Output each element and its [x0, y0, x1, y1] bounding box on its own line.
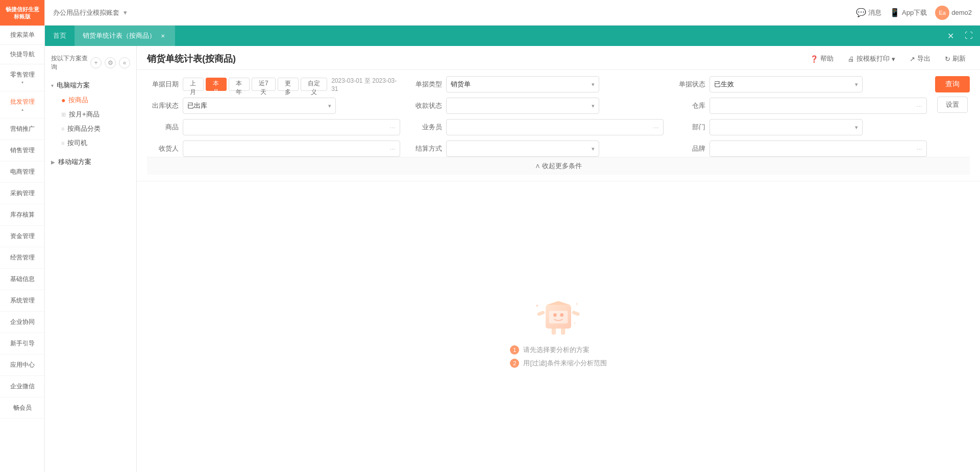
export-btn[interactable]: ↗ 导出: [905, 52, 935, 65]
docstatus-dropdown-icon: ▾: [855, 81, 858, 88]
sidebar-menu: 零售管理 ▾ 批发管理 ▴ 营销推广 销售管理 电商管理 采购管理 库存核算 资…: [0, 64, 44, 472]
tree-item-by-driver[interactable]: ≡ 按司机: [55, 136, 136, 150]
print-icon: 🖨: [848, 55, 854, 63]
query-btn[interactable]: 查询: [935, 76, 970, 92]
doctype-dropdown-icon: ▾: [592, 81, 595, 88]
template-print-btn[interactable]: 🖨 按模板打印 ▾: [844, 52, 899, 65]
sidebar-item-operations-label: 经营管理: [10, 253, 35, 262]
avatar: Ea: [935, 6, 949, 20]
settlement-label: 结算方式: [410, 144, 446, 153]
salesperson-input[interactable]: ···: [446, 119, 664, 135]
sidebar-item-finance-label: 资金管理: [10, 232, 35, 241]
tree-section-pc-label: 电脑端方案: [57, 81, 90, 90]
sidebar-item-system[interactable]: 系统管理: [0, 290, 44, 312]
close-window-btn[interactable]: ✕: [943, 29, 958, 43]
sidebar-item-ecommerce[interactable]: 电商管理: [0, 161, 44, 183]
export-label: 导出: [917, 54, 930, 63]
sidebar-item-wholesale[interactable]: 批发管理 ▴: [0, 91, 44, 119]
chevron-down-icon: ▾: [21, 80, 23, 85]
message-item[interactable]: 💬 消息: [856, 8, 881, 17]
date-this-year-btn[interactable]: 本年: [229, 78, 250, 91]
docstatus-select[interactable]: 已生效 ▾: [709, 76, 863, 92]
user-item[interactable]: Ea demo2: [935, 6, 972, 20]
help-btn[interactable]: ❓ 帮助: [806, 52, 838, 65]
page-actions: ❓ 帮助 🖨 按模板打印 ▾ ↗ 导出 ↻ 刷新: [806, 52, 970, 65]
empty-tips: 1 请先选择要分析的方案 2 用[过滤]条件来缩小分析范围: [510, 345, 606, 368]
wh-status-select[interactable]: 已出库 ▾: [183, 98, 336, 114]
receiver-dots-icon[interactable]: ···: [389, 145, 396, 153]
sidebar-item-retail[interactable]: 零售管理 ▾: [0, 64, 44, 91]
sidebar-item-finance[interactable]: 资金管理: [0, 226, 44, 247]
goods-dots-icon[interactable]: ···: [389, 123, 396, 131]
sidebar-item-member[interactable]: 畅会员: [0, 397, 44, 419]
receiver-input[interactable]: ···: [183, 140, 400, 157]
tree-section-pc: ▾ 电脑端方案 ● 按商品 ⊞ 按月+商品 ≡ 按商品分类: [45, 76, 136, 152]
dept-select[interactable]: ▾: [709, 119, 863, 135]
settings-btn[interactable]: 设置: [937, 97, 968, 113]
app-download-item[interactable]: 📱 App下载: [890, 8, 927, 17]
goods-input[interactable]: ···: [183, 119, 400, 135]
empty-tip-2: 2 用[过滤]条件来缩小分析范围: [510, 359, 606, 368]
tree-item-by-month-goods[interactable]: ⊞ 按月+商品: [55, 107, 136, 122]
tab-close-icon[interactable]: ✕: [159, 32, 167, 40]
brand-input[interactable]: ···: [709, 140, 927, 157]
collapse-panel-btn[interactable]: «: [119, 57, 130, 68]
sidebar-item-marketing[interactable]: 营销推广: [0, 119, 44, 140]
sidebar-item-inventory[interactable]: 库存核算: [0, 204, 44, 226]
sidebar-item-ecommerce-label: 电商管理: [10, 168, 35, 176]
sidebar-item-operations[interactable]: 经营管理: [0, 247, 44, 269]
message-label: 消息: [868, 8, 881, 17]
tab-home[interactable]: 首页: [45, 26, 75, 46]
edit-scheme-btn[interactable]: ⚙: [105, 57, 116, 68]
payment-label: 收款状态: [410, 101, 446, 110]
tree-item-by-category[interactable]: ≡ 按商品分类: [55, 122, 136, 136]
settlement-select[interactable]: ▾: [446, 140, 599, 157]
sidebar-item-retail-label: 零售管理: [10, 70, 35, 79]
date-more-btn[interactable]: 更多: [278, 78, 299, 91]
salesperson-dots-icon[interactable]: ···: [653, 123, 659, 131]
brand-dots-icon[interactable]: ···: [916, 145, 922, 153]
doctype-select[interactable]: 销货单 ▾: [446, 76, 599, 92]
query-settings-col: 查询 设置: [927, 76, 970, 113]
date-7days-btn[interactable]: 近7天: [252, 78, 276, 91]
sidebar-item-purchase[interactable]: 采购管理: [0, 183, 44, 204]
category-icon: ≡: [61, 126, 64, 132]
date-custom-btn[interactable]: 自定义: [301, 78, 327, 91]
sidebar-item-collab[interactable]: 企业协同: [0, 312, 44, 333]
collapse-more-btn[interactable]: ∧ 收起更多条件: [147, 157, 970, 175]
filter-brand-col: 品牌 ···: [674, 140, 927, 157]
tree-item-by-goods[interactable]: ● 按商品: [55, 93, 136, 107]
page-title-bar: 销货单统计表(按商品) ❓ 帮助 🖨 按模板打印 ▾ ↗ 导出: [137, 46, 980, 70]
sidebar-item-wechat[interactable]: 企业微信: [0, 376, 44, 397]
sidebar-item-inventory-label: 库存核算: [10, 210, 35, 219]
left-panel-header: 按以下方案查询 + ⚙ «: [45, 50, 136, 76]
sidebar-item-wechat-label: 企业微信: [10, 382, 35, 391]
sidebar-item-base[interactable]: 基础信息: [0, 269, 44, 290]
filter-settlement-col: 结算方式 ▾: [410, 140, 664, 157]
tab-sales-stats[interactable]: 销货单统计表（按商品） ✕: [75, 26, 175, 46]
sidebar-item-sales[interactable]: 销售管理: [0, 140, 44, 161]
tip-num-2: 2: [510, 359, 519, 368]
industry-dropdown-icon[interactable]: ▾: [124, 9, 127, 16]
industry-label: 办公用品行业模拟账套: [53, 8, 119, 17]
warehouse-dots-icon[interactable]: ···: [916, 102, 922, 110]
tip-text-1: 请先选择要分析的方案: [523, 345, 590, 355]
wh-status-dropdown-icon: ▾: [328, 103, 331, 109]
left-panel-title: 按以下方案查询: [51, 54, 90, 72]
search-menu-item[interactable]: 搜索菜单: [0, 26, 44, 45]
expand-window-btn[interactable]: ⛶: [962, 29, 976, 43]
add-scheme-btn[interactable]: +: [90, 57, 102, 68]
tree-section-pc-header[interactable]: ▾ 电脑端方案: [45, 78, 136, 93]
doctype-value: 销货单: [451, 80, 592, 89]
sidebar-item-apps[interactable]: 应用中心: [0, 355, 44, 376]
refresh-btn[interactable]: ↻ 刷新: [941, 52, 970, 65]
tree-section-mobile-header[interactable]: ▶ 移动端方案: [45, 154, 136, 170]
date-this-month-btn[interactable]: 本月: [206, 78, 227, 91]
payment-select[interactable]: ▾: [446, 98, 599, 114]
sidebar-item-guide[interactable]: 新手引导: [0, 333, 44, 355]
quick-nav-item[interactable]: 快捷导航: [0, 45, 44, 64]
date-last-month-btn[interactable]: 上月: [183, 78, 204, 91]
template-print-label: 按模板打印: [856, 54, 890, 63]
svg-text:✦: ✦: [535, 302, 539, 308]
warehouse-input[interactable]: ···: [709, 98, 927, 114]
